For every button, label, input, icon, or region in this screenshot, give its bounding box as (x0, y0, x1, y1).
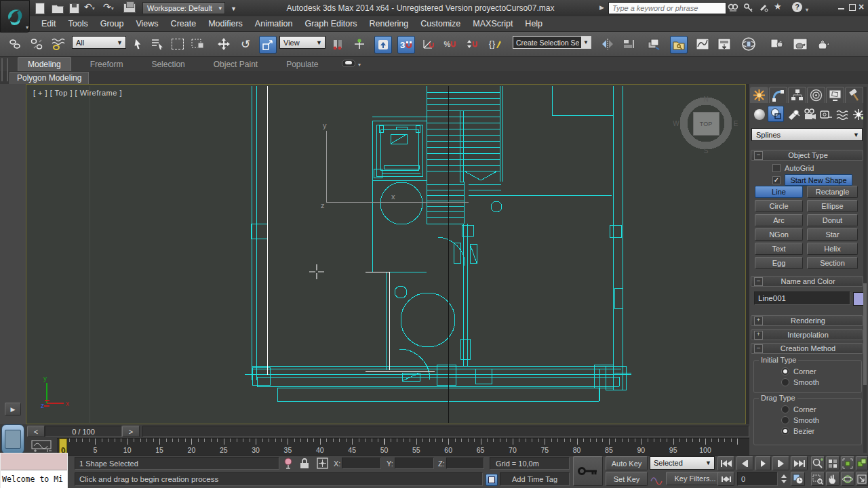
rollout-object-type[interactable]: – Object Type (751, 150, 863, 161)
category-dropdown[interactable]: Splines ▼ (751, 128, 863, 141)
play-button[interactable] (755, 456, 771, 470)
selection-lock-icon[interactable] (299, 458, 310, 472)
initial-type-radio-smooth[interactable] (781, 378, 789, 386)
save-file-button[interactable] (69, 3, 79, 14)
app-logo[interactable]: ▾ (0, 0, 30, 33)
rollout-creation-method[interactable]: – Creation Method (751, 343, 863, 354)
start-new-shape-button[interactable]: Start New Shape (785, 174, 852, 186)
select-by-name-icon[interactable] (149, 36, 165, 52)
z-coordinate-field[interactable] (446, 458, 484, 469)
timeline-range-field[interactable]: 0 / 100 (45, 426, 122, 437)
ribbon-grip[interactable] (1, 58, 8, 81)
category-space-warps[interactable] (834, 106, 850, 122)
key-filters-button[interactable]: Key Filters... (666, 472, 724, 485)
tab-hierarchy[interactable] (788, 87, 806, 103)
tab-utilities[interactable] (845, 87, 863, 103)
ribbon-tab-selection[interactable]: Selection (142, 58, 194, 71)
undo-button[interactable]: ↶▾ (84, 1, 95, 12)
workspace-dropdown[interactable]: Workspace: Default ▾ (142, 2, 225, 14)
zoom-button[interactable] (811, 456, 825, 470)
new-file-button[interactable] (35, 3, 45, 14)
search-input[interactable] (608, 2, 726, 14)
go-to-end-button[interactable] (791, 456, 808, 470)
select-and-manipulate-icon[interactable] (351, 36, 368, 52)
previous-frame-button[interactable] (736, 456, 753, 470)
drag-type-radio-bezier[interactable] (781, 427, 789, 435)
set-keys-button[interactable] (573, 456, 603, 486)
tab-display[interactable] (826, 87, 844, 103)
open-mini-curve-editor-button[interactable] (1, 424, 24, 454)
absolute-offset-mode-icon[interactable] (316, 457, 329, 472)
ribbon-flyout-button[interactable]: ▾ (342, 57, 361, 69)
menu-create[interactable]: Create (165, 17, 203, 30)
rollout-interpolation[interactable]: + Interpolation (751, 329, 863, 340)
selection-filter-dropdown[interactable]: All▼ (72, 36, 126, 49)
schematic-view-icon[interactable] (716, 36, 732, 52)
shape-button-rectangle[interactable]: Rectangle (807, 186, 858, 198)
viewport-label[interactable]: [ + ] [ Top ] [ Wireframe ] (33, 89, 122, 97)
initial-type-option-smooth[interactable]: Smooth (781, 378, 861, 386)
zoom-region-button[interactable] (811, 472, 825, 486)
search-icon[interactable] (728, 3, 739, 16)
drag-type-option-smooth[interactable]: Smooth (781, 416, 861, 424)
angle-snap-toggle-icon[interactable] (420, 36, 437, 52)
autogrid-checkbox[interactable] (772, 164, 781, 172)
undo-flyout-arrow[interactable]: ▾ (92, 5, 95, 12)
spinner-up-arrow[interactable] (781, 474, 787, 478)
shape-button-ellipse[interactable]: Ellipse (807, 200, 858, 212)
align-icon[interactable] (621, 36, 637, 52)
shape-button-section[interactable]: Section (807, 257, 858, 269)
add-time-tag-field[interactable]: Add Time Tag (500, 472, 570, 486)
shape-button-egg[interactable]: Egg (755, 257, 803, 269)
category-helpers[interactable] (818, 106, 833, 122)
drag-type-option-bezier[interactable]: Bezier (781, 427, 861, 435)
menu-modifiers[interactable]: Modifiers (202, 17, 249, 30)
mirror-icon[interactable] (599, 36, 616, 52)
material-editor-icon[interactable] (741, 36, 757, 52)
window-crossing-toggle-icon[interactable] (190, 36, 206, 52)
ribbon-panel-polygon-modeling[interactable]: Polygon Modeling (9, 72, 89, 85)
initial-type-radio-corner[interactable] (781, 367, 789, 375)
object-name-field[interactable]: Line001 (754, 291, 850, 305)
shape-button-ngon[interactable]: NGon (755, 228, 803, 241)
category-cameras[interactable] (802, 106, 817, 122)
restore-button[interactable] (849, 4, 856, 11)
drag-type-radio-smooth[interactable] (781, 416, 789, 424)
use-pivot-point-icon[interactable] (330, 36, 346, 52)
maximize-viewport-toggle-button[interactable] (856, 472, 868, 486)
command-panel-scrollbar[interactable] (863, 87, 867, 453)
select-and-link-icon[interactable] (7, 36, 23, 52)
time-configuration-button[interactable] (791, 472, 805, 486)
render-production-icon[interactable] (815, 36, 831, 52)
ribbon-tab-modeling[interactable]: Modeling (18, 57, 71, 71)
shape-button-star[interactable]: Star (807, 228, 858, 241)
selection-set-filter-arrow[interactable]: ▼ (703, 460, 714, 466)
workspace-flyout-button[interactable]: ▼ (231, 5, 237, 12)
ribbon-tab-freeform[interactable]: Freeform (81, 58, 133, 71)
named-selection-arrow[interactable]: ▼ (581, 37, 591, 48)
close-button[interactable]: × (859, 1, 864, 12)
toggle-scene-explorer-button[interactable] (670, 36, 688, 54)
time-ruler[interactable]: 0510152025303540455055606570758085909510… (57, 438, 749, 456)
menu-graph-editors[interactable]: Graph Editors (298, 17, 363, 30)
help-flyout-arrow[interactable]: ▾ (806, 5, 808, 15)
shape-button-line[interactable]: Line (755, 186, 803, 198)
select-and-move-icon[interactable] (216, 36, 232, 52)
pan-view-button[interactable] (826, 472, 840, 486)
menu-customize[interactable]: Customize (414, 17, 467, 30)
shape-button-donut[interactable]: Donut (807, 214, 858, 226)
next-frame-nav-button[interactable]: > (122, 426, 140, 437)
ribbon-tab-populate[interactable]: Populate (277, 58, 328, 71)
selection-filter-arrow[interactable]: ▼ (114, 39, 125, 46)
orbit-view-button[interactable] (841, 472, 854, 486)
workspace-dropdown-arrow[interactable]: ▾ (216, 5, 224, 12)
go-to-start-button[interactable] (717, 456, 734, 470)
project-folder-button[interactable] (123, 3, 136, 13)
favorites-star-icon[interactable]: ★ (774, 1, 782, 12)
keyboard-shortcut-override-button[interactable] (374, 36, 392, 54)
reference-coordinate-dropdown[interactable]: View▼ (279, 36, 326, 49)
render-setup-icon[interactable] (769, 36, 785, 52)
time-tag-icon[interactable] (486, 474, 498, 486)
manage-layers-icon[interactable] (646, 36, 662, 52)
prev-frame-nav-button[interactable]: < (27, 426, 45, 437)
